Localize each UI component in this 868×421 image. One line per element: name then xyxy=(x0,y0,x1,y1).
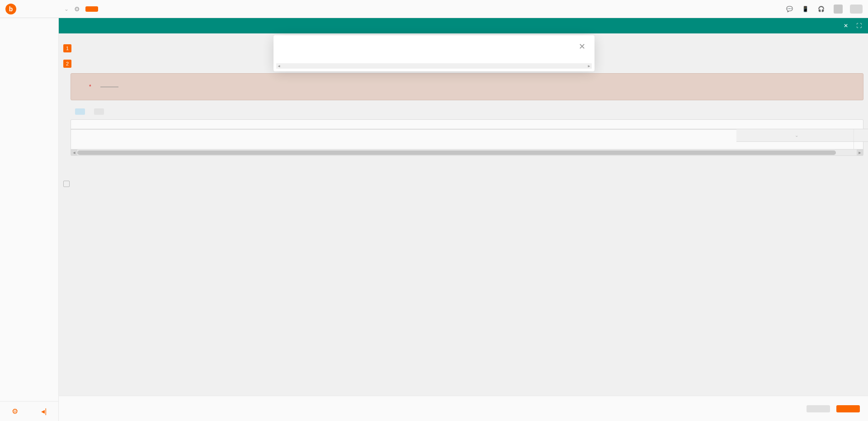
modal-body[interactable] xyxy=(274,58,594,63)
modal-header: ✕ xyxy=(274,35,594,58)
modal-close-button[interactable]: ✕ xyxy=(579,42,585,51)
modal-horizontal-scrollbar[interactable] xyxy=(276,63,592,69)
field-selection-modal: ✕ xyxy=(274,35,594,71)
